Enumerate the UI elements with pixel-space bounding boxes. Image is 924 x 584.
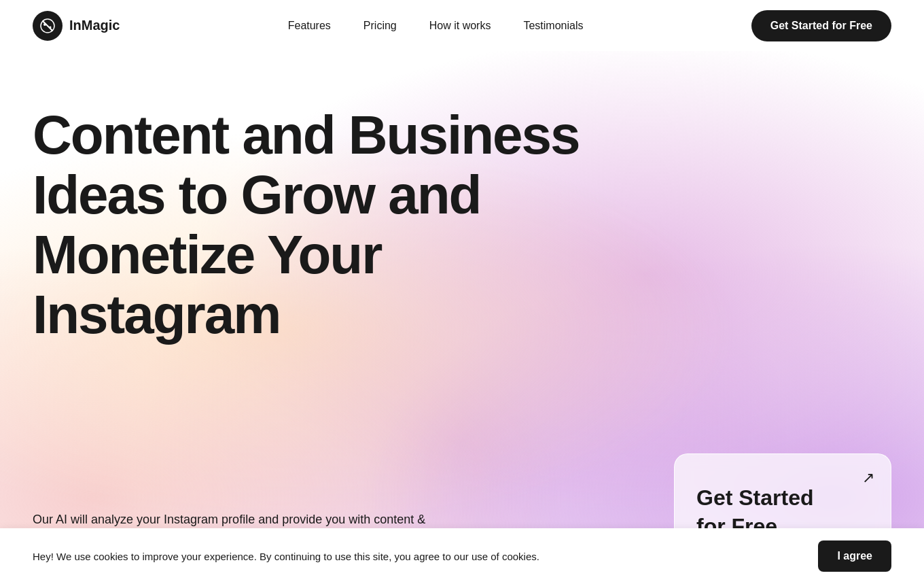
cookie-message: Hey! We use cookies to improve your expe… <box>33 551 539 562</box>
hero-section: Content and Business Ideas to Grow and M… <box>0 51 924 584</box>
cookie-banner: Hey! We use cookies to improve your expe… <box>0 528 924 584</box>
logo-icon <box>33 11 63 41</box>
hero-headline: Content and Business Ideas to Grow and M… <box>33 105 617 345</box>
svg-point-2 <box>43 23 46 26</box>
arrow-icon: ↗ <box>862 469 874 487</box>
logo-link[interactable]: InMagic <box>33 11 120 41</box>
svg-line-1 <box>43 21 52 31</box>
hero-content: Content and Business Ideas to Grow and M… <box>33 105 891 568</box>
nav-link-how-it-works[interactable]: How it works <box>429 20 491 31</box>
logo-text: InMagic <box>69 18 120 33</box>
nav-links: Features Pricing How it works Testimonia… <box>288 20 584 32</box>
nav-cta-button[interactable]: Get Started for Free <box>751 10 891 41</box>
nav-link-pricing[interactable]: Pricing <box>363 20 397 31</box>
cookie-agree-button[interactable]: I agree <box>818 540 891 572</box>
nav-link-testimonials[interactable]: Testimonials <box>523 20 583 31</box>
navbar: InMagic Features Pricing How it works Te… <box>0 0 924 51</box>
svg-point-3 <box>50 26 52 28</box>
nav-link-features[interactable]: Features <box>288 20 331 31</box>
